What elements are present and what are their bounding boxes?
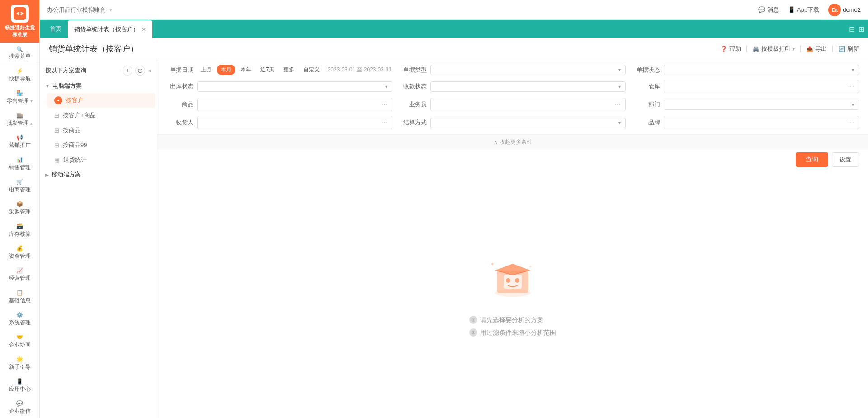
enterprise-icon: 🤝 bbox=[16, 334, 23, 340]
sidebar-item-marketing[interactable]: 📢 营销推广 bbox=[0, 131, 39, 153]
category-arrow-mobile: ▶ bbox=[45, 172, 49, 177]
finance-icon: 💰 bbox=[16, 245, 23, 252]
warehouse-dots[interactable]: ··· bbox=[848, 82, 854, 90]
receipt-status-dropdown[interactable]: ▾ bbox=[430, 81, 626, 92]
scheme-category-desktop-header[interactable]: ▼ 电脑端方案 bbox=[40, 79, 157, 93]
user-name: demo2 bbox=[843, 6, 861, 13]
inventory-icon: 🗃️ bbox=[16, 223, 23, 229]
tab-sales-stat[interactable]: 销货单统计表（按客户） ✕ bbox=[68, 20, 152, 38]
tab-close-btn[interactable]: ✕ bbox=[142, 26, 146, 33]
search-icon: 🔍 bbox=[3, 46, 37, 52]
sidebar-item-wholesale[interactable]: 🏬 批发管理 ▴ bbox=[0, 109, 39, 131]
sidebar-item-basic[interactable]: 📋 基础信息 bbox=[0, 286, 39, 308]
scheme-items-desktop: ● 按客户 ⊞ 按客户+商品 ⊞ 按商品 ⊞ 按 bbox=[40, 93, 157, 167]
tab-maximize-btn[interactable]: ⊞ bbox=[859, 25, 864, 33]
scheme-collapse-btn[interactable]: « bbox=[148, 67, 151, 74]
scheme-item-by-goods[interactable]: ⊞ 按商品 bbox=[47, 123, 155, 138]
print-btn[interactable]: 🖨️ 按模板打印 ▾ bbox=[752, 45, 795, 53]
breadcrumb-arrow[interactable]: ▾ bbox=[109, 7, 112, 13]
sidebar-item-operation[interactable]: 📈 经营管理 bbox=[0, 264, 39, 286]
staff-input[interactable]: ··· bbox=[430, 98, 626, 111]
goods-input[interactable]: ··· bbox=[197, 98, 392, 111]
sidebar-search[interactable]: 🔍 搜索菜单 bbox=[0, 43, 39, 64]
consignee-input[interactable]: ··· bbox=[197, 116, 392, 129]
print-icon: 🖨️ bbox=[752, 46, 760, 52]
sidebar-item-retail[interactable]: 🏪 零售管理 ▾ bbox=[0, 86, 39, 109]
content-body: 按以下方案查询 + ⊙ « ▼ 电脑端方案 ● bbox=[40, 59, 868, 418]
sidebar-item-finance[interactable]: 💰 资金管理 bbox=[0, 242, 39, 264]
date-tab-last-month[interactable]: 上月 bbox=[197, 65, 215, 75]
user-profile[interactable]: Ea demo2 bbox=[828, 4, 861, 16]
scheme-panel: 按以下方案查询 + ⊙ « ▼ 电脑端方案 ● bbox=[40, 59, 157, 418]
date-tab-last-7[interactable]: 近7天 bbox=[257, 65, 278, 75]
filter-cell-dept: 部门 ▾ bbox=[633, 100, 859, 110]
export-btn[interactable]: 📤 导出 bbox=[806, 45, 827, 53]
date-control: 上月 本月 本年 近7天 更多 自定义 2023-03-01 至 2023-03… bbox=[197, 65, 392, 75]
sidebar-item-apps[interactable]: 📱 应用中心 bbox=[0, 375, 39, 397]
sidebar-nav: ⚡ 快捷导航 🏪 零售管理 ▾ 🏬 批发管理 ▴ 📢 营销推广 📊 销售管理 bbox=[0, 64, 39, 418]
doc-status-dropdown[interactable]: ▾ bbox=[664, 65, 859, 75]
scheme-edit-btn[interactable]: ⊙ bbox=[135, 66, 145, 76]
refresh-btn[interactable]: 🔄 刷新 bbox=[838, 45, 859, 53]
scheme-item-by-customer[interactable]: ● 按客户 bbox=[47, 93, 155, 108]
tip-text-2: 用过滤条件来缩小分析范围 bbox=[480, 326, 556, 339]
message-btn[interactable]: 💬 消息 bbox=[758, 6, 779, 14]
operation-icon: 📈 bbox=[16, 267, 23, 274]
tip-num-1: ① bbox=[469, 316, 477, 324]
collapse-row[interactable]: ∧ 收起更多条件 bbox=[157, 134, 868, 150]
basic-icon: 📋 bbox=[16, 290, 23, 296]
actions-bar: 查询 设置 bbox=[157, 150, 868, 171]
sidebar-item-ecommerce[interactable]: 🛒 电商管理 bbox=[0, 175, 39, 197]
tip-num-2: ② bbox=[469, 328, 477, 337]
brand-dots[interactable]: ··· bbox=[848, 119, 854, 127]
svg-point-1 bbox=[19, 12, 21, 15]
scheme-category-mobile-header[interactable]: ▶ 移动端方案 bbox=[40, 168, 157, 181]
brand-input[interactable]: ··· bbox=[664, 116, 859, 129]
logo-text: 畅捷通好生意 bbox=[5, 24, 35, 31]
dept-dropdown[interactable]: ▾ bbox=[664, 100, 859, 110]
goods-dots[interactable]: ··· bbox=[382, 100, 387, 109]
sidebar-item-system[interactable]: ⚙️ 系统管理 bbox=[0, 308, 39, 330]
empty-tips: ① 请先选择要分析的方案 ② 用过滤条件来缩小分析范围 bbox=[469, 314, 556, 339]
avatar: Ea bbox=[828, 4, 841, 16]
query-button[interactable]: 查询 bbox=[796, 152, 828, 167]
date-tab-this-month[interactable]: 本月 bbox=[217, 65, 235, 75]
item-icon-by-customer: ● bbox=[54, 96, 62, 104]
sidebar-item-shortcut[interactable]: ⚡ 快捷导航 bbox=[0, 64, 39, 86]
date-tab-custom[interactable]: 自定义 bbox=[300, 65, 323, 75]
sidebar-item-purchase[interactable]: 📦 采购管理 bbox=[0, 197, 39, 219]
filter-cell-consignee: 收货人 ··· bbox=[166, 116, 392, 129]
warehouse-input[interactable]: ··· bbox=[664, 80, 859, 93]
filter-row-3: 商品 ··· 业务员 ··· bbox=[166, 98, 859, 111]
consignee-dots[interactable]: ··· bbox=[382, 119, 387, 127]
date-tab-this-year[interactable]: 本年 bbox=[237, 65, 255, 75]
empty-state: ✦ ✦ ① 请先选择要分析的方案 bbox=[157, 171, 868, 418]
scheme-category-mobile: ▶ 移动端方案 bbox=[40, 168, 157, 181]
phone-icon: 📱 bbox=[788, 6, 795, 13]
empty-tip-2: ② 用过滤条件来缩小分析范围 bbox=[469, 326, 556, 339]
goods-label: 商品 bbox=[166, 100, 193, 109]
app-download-btn[interactable]: 📱 App下载 bbox=[788, 6, 819, 14]
sidebar-item-wechat[interactable]: 💬 企业微信 bbox=[0, 397, 39, 418]
payment-dropdown[interactable]: ▾ bbox=[430, 118, 626, 128]
tab-actions: ⊟ ⊞ bbox=[849, 25, 864, 33]
setting-button[interactable]: 设置 bbox=[832, 152, 859, 167]
tab-minimize-btn[interactable]: ⊟ bbox=[849, 25, 855, 33]
out-status-dropdown[interactable]: ▾ bbox=[197, 81, 392, 92]
dept-arrow: ▾ bbox=[852, 102, 854, 107]
sidebar-item-inventory[interactable]: 🗃️ 库存核算 bbox=[0, 219, 39, 242]
sidebar-item-guide[interactable]: 🌟 新手引导 bbox=[0, 352, 39, 375]
sidebar-item-enterprise[interactable]: 🤝 企业协同 bbox=[0, 330, 39, 352]
tab-home[interactable]: 首页 bbox=[43, 20, 68, 38]
sidebar-item-sales[interactable]: 📊 销售管理 bbox=[0, 153, 39, 175]
date-tab-more[interactable]: 更多 bbox=[280, 65, 298, 75]
doc-type-dropdown[interactable]: ▾ bbox=[430, 65, 626, 75]
help-btn[interactable]: ❓ 帮助 bbox=[720, 45, 741, 53]
scheme-add-btn[interactable]: + bbox=[123, 66, 132, 76]
scheme-item-by-goods-99[interactable]: ⊞ 按商品99 bbox=[47, 138, 155, 152]
scheme-item-by-customer-goods[interactable]: ⊞ 按客户+商品 bbox=[47, 108, 155, 123]
app-logo[interactable]: 畅捷通好生意 标准版 bbox=[0, 0, 39, 43]
message-icon: 💬 bbox=[758, 6, 765, 13]
staff-dots[interactable]: ··· bbox=[615, 100, 621, 109]
scheme-item-return-stat[interactable]: ▦ 退货统计 bbox=[47, 153, 155, 167]
